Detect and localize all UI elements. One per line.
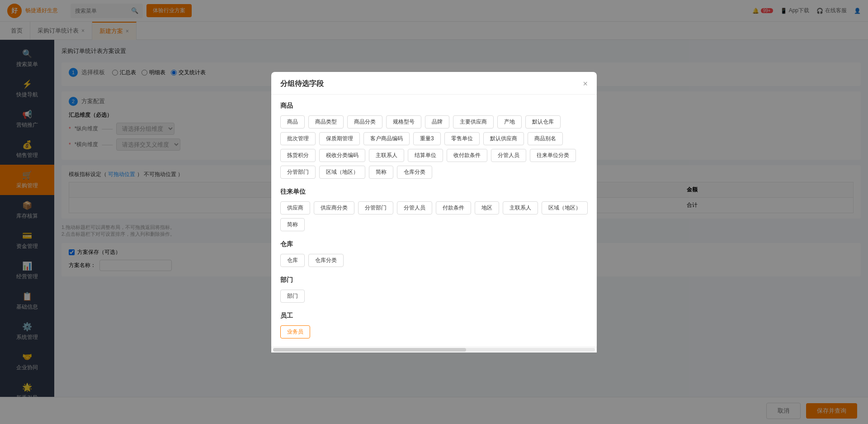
field-tag-main-contact[interactable]: 主联系人 (369, 149, 404, 162)
field-tag-warehouse[interactable]: 仓库 (280, 254, 305, 267)
field-tag-quality[interactable]: 保质期管理 (319, 132, 360, 145)
field-tag-warehouse-category[interactable]: 仓库分类 (308, 254, 344, 267)
field-tag-goods-category[interactable]: 商品分类 (347, 115, 382, 129)
scroll-track (273, 348, 595, 352)
field-tag-warehouse-cat[interactable]: 仓库分类 (397, 166, 432, 179)
field-group-warehouse-title: 仓库 (280, 240, 588, 248)
field-tags-goods: 商品 商品类型 商品分类 规格型号 品牌 主要供应商 产地 默认仓库 批次管理 … (280, 115, 588, 179)
field-tags-employee: 业务员 (280, 325, 588, 338)
field-tag-area[interactable]: 地区 (475, 201, 499, 214)
field-tag-supplier[interactable]: 供应商 (280, 201, 310, 214)
field-tag-retail-unit[interactable]: 零售单位 (444, 132, 480, 145)
modal-overlay: 分组待选字段 × 商品 商品 商品类型 商品分类 规格型号 品牌 主要供应商 产… (0, 0, 868, 424)
field-tags-warehouse: 仓库 仓库分类 (280, 254, 588, 267)
field-tag-region-partner[interactable]: 区域（地区） (542, 201, 588, 214)
field-tag-tax-code[interactable]: 税收分类编码 (319, 149, 365, 162)
field-tag-main-supplier[interactable]: 主要供应商 (453, 115, 494, 129)
field-tag-default-supplier[interactable]: 默认供应商 (483, 132, 524, 145)
field-tags-dept: 部门 (280, 290, 588, 303)
field-tag-origin[interactable]: 产地 (497, 115, 522, 129)
dialog-body: 商品 商品 商品类型 商品分类 规格型号 品牌 主要供应商 产地 默认仓库 批次… (271, 95, 597, 347)
field-tag-pay-terms[interactable]: 付款条件 (436, 201, 471, 214)
field-tag-department[interactable]: 部门 (280, 290, 305, 303)
scroll-thumb (273, 348, 466, 352)
field-tag-customer-code[interactable]: 客户商品编码 (363, 132, 410, 145)
field-group-partner: 往来单位 供应商 供应商分类 分管部门 分管人员 付款条件 地区 主联系人 区域… (280, 188, 588, 231)
field-select-dialog: 分组待选字段 × 商品 商品 商品类型 商品分类 规格型号 品牌 主要供应商 产… (271, 72, 597, 353)
field-tag-weight[interactable]: 重量3 (413, 132, 441, 145)
field-tag-settle-unit[interactable]: 结算单位 (408, 149, 443, 162)
dialog-header: 分组待选字段 × (271, 72, 597, 95)
field-tag-goods[interactable]: 商品 (280, 115, 305, 129)
field-group-warehouse: 仓库 仓库 仓库分类 (280, 240, 588, 267)
field-tag-short-name[interactable]: 简称 (369, 166, 393, 179)
field-tag-managing-person[interactable]: 分管人员 (397, 201, 432, 214)
field-tag-partner-category[interactable]: 往来单位分类 (530, 149, 576, 162)
field-group-dept-title: 部门 (280, 276, 588, 284)
field-group-partner-title: 往来单位 (280, 188, 588, 196)
dialog-title: 分组待选字段 (280, 79, 324, 89)
field-tag-batch[interactable]: 批次管理 (280, 132, 316, 145)
field-group-employee: 员工 业务员 (280, 312, 588, 338)
field-group-department: 部门 部门 (280, 276, 588, 303)
field-tag-contact[interactable]: 主联系人 (503, 201, 538, 214)
field-tag-spec[interactable]: 规格型号 (386, 115, 421, 129)
field-tag-manager[interactable]: 分管人员 (491, 149, 526, 162)
field-tag-pick-score[interactable]: 拣货积分 (280, 149, 316, 162)
field-group-goods: 商品 商品 商品类型 商品分类 规格型号 品牌 主要供应商 产地 默认仓库 批次… (280, 102, 588, 179)
field-tag-brand[interactable]: 品牌 (425, 115, 449, 129)
field-tag-supplier-cat[interactable]: 供应商分类 (314, 201, 354, 214)
dialog-scrollbar-bottom[interactable] (271, 347, 597, 353)
field-tag-region-goods[interactable]: 区域（地区） (319, 166, 365, 179)
field-tag-short-name-partner[interactable]: 简称 (280, 218, 305, 231)
field-tag-payment-terms[interactable]: 收付款条件 (447, 149, 487, 162)
field-tag-default-warehouse[interactable]: 默认仓库 (525, 115, 561, 129)
field-group-goods-title: 商品 (280, 102, 588, 110)
field-tag-dept[interactable]: 分管部门 (280, 166, 316, 179)
field-tags-partner: 供应商 供应商分类 分管部门 分管人员 付款条件 地区 主联系人 区域（地区） … (280, 201, 588, 231)
field-tag-alias[interactable]: 商品别名 (528, 132, 563, 145)
field-tag-salesperson[interactable]: 业务员 (280, 325, 310, 338)
field-tag-goods-type[interactable]: 商品类型 (308, 115, 344, 129)
dialog-close-btn[interactable]: × (583, 79, 588, 89)
field-tag-managing-dept[interactable]: 分管部门 (358, 201, 393, 214)
field-group-employee-title: 员工 (280, 312, 588, 320)
